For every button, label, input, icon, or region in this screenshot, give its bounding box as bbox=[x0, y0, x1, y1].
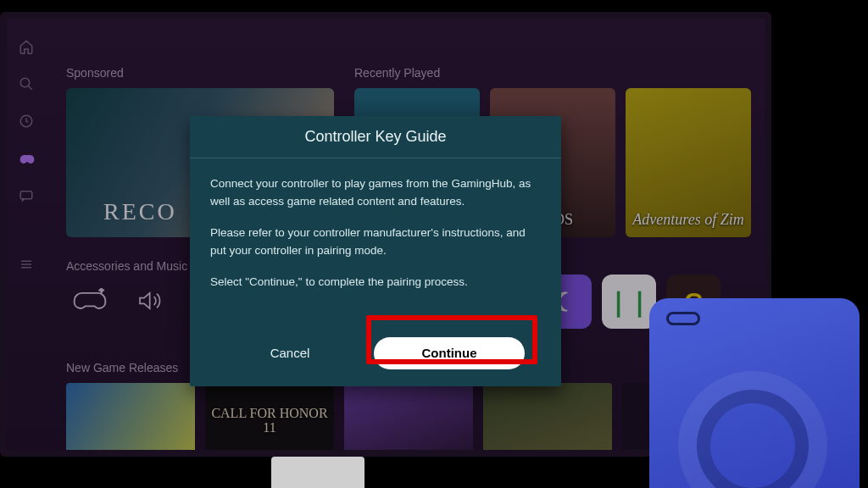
tv-stand bbox=[271, 457, 364, 488]
tutorial-highlight bbox=[366, 315, 537, 364]
dialog-body: Connect your controller to play games fr… bbox=[190, 158, 561, 320]
dialog-paragraph: Please refer to your controller manufact… bbox=[210, 225, 541, 260]
dialog-paragraph: Connect your controller to play games fr… bbox=[210, 175, 541, 211]
cancel-button[interactable]: Cancel bbox=[226, 337, 353, 369]
dialog-paragraph: Select "Continue," to complete the pairi… bbox=[210, 274, 541, 291]
remote-dpad-wheel[interactable] bbox=[678, 371, 827, 488]
phone-remote bbox=[649, 298, 860, 488]
phone-speaker-slot bbox=[666, 312, 700, 325]
dialog-title: Controller Key Guide bbox=[190, 116, 561, 158]
